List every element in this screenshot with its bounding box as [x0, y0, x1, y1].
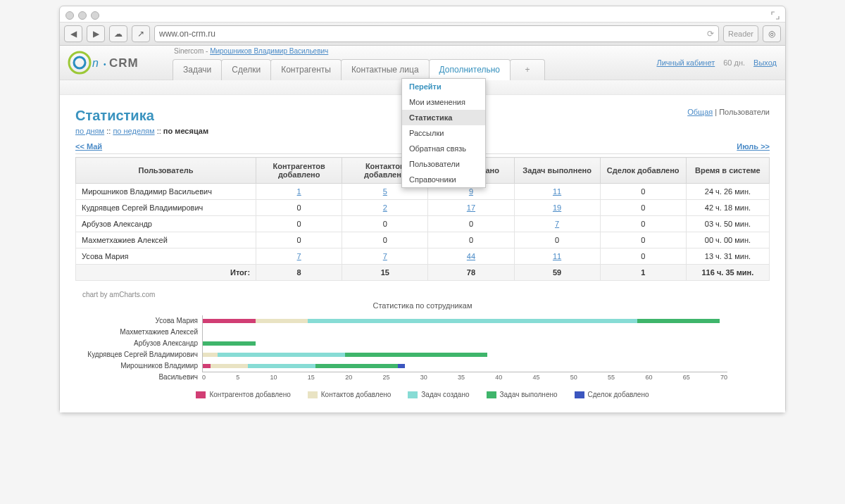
- chart-bar-row: [203, 349, 727, 360]
- cloud-button[interactable]: ☁: [109, 25, 127, 42]
- dropdown-item-3[interactable]: Рассылки: [402, 125, 485, 141]
- url-text: www.on-crm.ru: [159, 29, 215, 39]
- chart-y-label: Мирошников Владимир Васильевич: [82, 360, 202, 372]
- exit-link[interactable]: Выход: [753, 58, 777, 67]
- dropdown-item-2[interactable]: Статистика: [402, 110, 485, 125]
- chart-y-label: Махметхажиев Алексей: [82, 327, 202, 338]
- logo: n • CRM: [60, 50, 173, 75]
- tab-add[interactable]: +: [510, 59, 545, 80]
- forward-button[interactable]: ▶: [87, 25, 105, 42]
- tab-4[interactable]: Дополнительно: [429, 59, 511, 80]
- dropdown-item-4[interactable]: Обратная связь: [402, 141, 485, 156]
- breadcrumb-user-link[interactable]: Мирошников Владимир Васильевич: [210, 47, 328, 55]
- tab-2[interactable]: Контрагенты: [270, 59, 342, 80]
- tab-1[interactable]: Сделки: [221, 59, 271, 80]
- dropdown-item-5[interactable]: Пользователи: [402, 156, 485, 172]
- chart-bar-row: [203, 327, 727, 338]
- settings-button[interactable]: ◎: [763, 25, 781, 42]
- chart-bar-row: [203, 315, 727, 327]
- breadcrumb: Sinercom - Мирошников Владимир Васильеви…: [174, 47, 328, 55]
- svg-point-1: [74, 57, 85, 68]
- chart-y-label: Арбузов Александр: [82, 338, 202, 349]
- legend-item: Задач выполнено: [487, 391, 558, 398]
- statistics-chart: Усова МарияМахметхажиев АлексейАрбузов А…: [75, 315, 770, 372]
- cabinet-link[interactable]: Личный кабинет: [656, 58, 715, 67]
- table-row: Усова Мария774411013 ч. 31 мин.: [76, 248, 770, 265]
- table-row: Арбузов Александр0007003 ч. 50 мин.: [76, 216, 770, 232]
- tab-3[interactable]: Контактные лица: [341, 59, 430, 80]
- mode-weeks-link[interactable]: по неделям: [113, 127, 154, 135]
- chart-y-label: Кудрявцев Сергей Владимирович: [82, 349, 202, 360]
- chart-attribution: chart by amCharts.com: [82, 291, 770, 298]
- back-button[interactable]: ◀: [64, 25, 82, 42]
- prev-month-link[interactable]: << Май: [75, 142, 102, 151]
- legend-item: Контактов добавлено: [308, 391, 392, 398]
- svg-text:n: n: [92, 57, 99, 69]
- legend-item: Контрагентов добавлено: [196, 391, 290, 398]
- chart-y-label: Усова Мария: [82, 315, 202, 327]
- share-button[interactable]: ↗: [132, 25, 150, 42]
- reader-button[interactable]: Reader: [723, 25, 758, 42]
- days-remaining: 60 дн.: [723, 58, 745, 67]
- additional-dropdown: ПерейтиМои измененияСтатистикаРассылкиОб…: [401, 78, 486, 188]
- legend-item: Задач создано: [408, 391, 469, 398]
- svg-point-0: [69, 52, 90, 73]
- svg-text:•: •: [104, 61, 106, 68]
- minimize-traffic-icon[interactable]: [78, 11, 87, 20]
- svg-text:CRM: CRM: [109, 56, 139, 70]
- dropdown-item-1[interactable]: Мои изменения: [402, 94, 485, 110]
- chart-bar-row: [203, 338, 727, 349]
- view-users-text: Пользователи: [719, 108, 770, 116]
- table-row: Махметхажиев Алексей0000000 ч. 00 мин.: [76, 232, 770, 248]
- table-row: Кудрявцев Сергей Владимирович021719042 ч…: [76, 200, 770, 216]
- zoom-traffic-icon[interactable]: [91, 11, 99, 20]
- mode-months-active: по месяцам: [163, 127, 208, 135]
- table-total-row: Итог:81578591116 ч. 35 мин.: [76, 265, 770, 281]
- dropdown-item-0[interactable]: Перейти: [402, 79, 485, 94]
- close-traffic-icon[interactable]: [65, 11, 74, 20]
- fullscreen-icon[interactable]: [771, 11, 780, 20]
- mode-days-link[interactable]: по дням: [75, 127, 104, 135]
- next-month-link[interactable]: Июль >>: [737, 142, 770, 151]
- url-field[interactable]: www.on-crm.ru ⟳: [154, 25, 719, 42]
- view-general-link[interactable]: Общая: [687, 108, 713, 116]
- dropdown-item-6[interactable]: Справочники: [402, 172, 485, 187]
- chart-title: Статистика по сотрудникам: [75, 301, 770, 310]
- tab-0[interactable]: Задачи: [173, 59, 222, 80]
- legend-item: Сделок добавлено: [575, 391, 649, 398]
- chart-bar-row: [203, 360, 727, 372]
